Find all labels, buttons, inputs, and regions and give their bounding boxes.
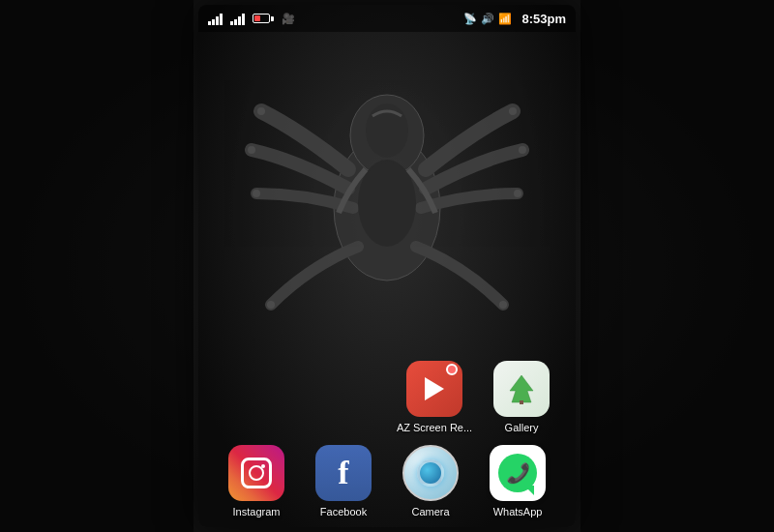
camera-label: Camera bbox=[411, 506, 449, 517]
status-bar: 🎥 📡 🔊 📶 8:53pm bbox=[198, 5, 576, 32]
svg-point-7 bbox=[509, 107, 517, 115]
camera-lens bbox=[417, 459, 444, 487]
volume-icon: 🔊 bbox=[481, 13, 494, 25]
status-right-icons: 📡 🔊 📶 8:53pm bbox=[463, 12, 566, 26]
app-row-1: AZ Screen Re... Gallery bbox=[213, 361, 561, 433]
svg-point-6 bbox=[253, 190, 260, 197]
az-record-dot bbox=[446, 364, 458, 375]
az-play-arrow bbox=[425, 377, 444, 400]
svg-point-2 bbox=[358, 160, 416, 247]
app-whatsapp[interactable]: 📞 WhatsApp bbox=[483, 445, 552, 517]
status-time: 8:53pm bbox=[521, 12, 566, 26]
svg-point-10 bbox=[267, 301, 275, 309]
gallery-label: Gallery bbox=[505, 422, 539, 433]
cast-icon: 📡 bbox=[463, 13, 477, 25]
svg-rect-13 bbox=[520, 400, 523, 404]
app-az-screen-recorder[interactable]: AZ Screen Re... bbox=[400, 361, 469, 433]
video-camera-icon: 🎥 bbox=[282, 13, 295, 25]
tree-svg bbox=[504, 371, 539, 406]
az-label: AZ Screen Re... bbox=[397, 422, 472, 433]
whatsapp-bubble: 📞 bbox=[498, 454, 537, 492]
battery-icon bbox=[253, 14, 274, 23]
status-left-icons: 🎥 bbox=[208, 12, 463, 25]
az-screen-recorder-icon bbox=[406, 361, 462, 417]
instagram-label: Instagram bbox=[233, 506, 281, 517]
outer-background: 🎥 📡 🔊 📶 8:53pm bbox=[0, 0, 774, 532]
facebook-icon: f bbox=[315, 445, 372, 501]
gallery-icon bbox=[493, 361, 550, 417]
side-blur-left bbox=[0, 0, 194, 532]
whatsapp-phone-icon: 📞 bbox=[506, 461, 530, 485]
signal-bars-2 bbox=[230, 12, 245, 25]
svg-point-5 bbox=[248, 146, 255, 154]
svg-point-4 bbox=[257, 107, 265, 115]
facebook-f-letter: f bbox=[338, 457, 348, 489]
wifi-icon: 📶 bbox=[498, 13, 512, 25]
app-instagram[interactable]: Instagram bbox=[222, 445, 291, 517]
svg-marker-12 bbox=[510, 375, 533, 402]
instagram-inner bbox=[241, 458, 272, 488]
facebook-label: Facebook bbox=[320, 506, 367, 517]
instagram-icon bbox=[228, 445, 284, 501]
svg-point-9 bbox=[514, 190, 521, 197]
whatsapp-label: WhatsApp bbox=[493, 506, 543, 517]
app-facebook[interactable]: f Facebook bbox=[309, 445, 378, 517]
spider-symbol bbox=[223, 44, 551, 353]
app-row-2: Instagram f Facebook Camera bbox=[213, 445, 561, 517]
camera-icon bbox=[402, 445, 459, 501]
whatsapp-icon: 📞 bbox=[490, 445, 546, 501]
side-blur-right bbox=[580, 0, 774, 532]
az-inner bbox=[425, 377, 444, 400]
signal-bars-1 bbox=[208, 12, 223, 25]
app-gallery[interactable]: Gallery bbox=[487, 361, 556, 433]
app-area: AZ Screen Re... Gallery bbox=[198, 361, 576, 517]
app-camera[interactable]: Camera bbox=[396, 445, 465, 517]
svg-point-8 bbox=[519, 146, 526, 154]
phone-frame: 🎥 📡 🔊 📶 8:53pm bbox=[198, 5, 576, 527]
svg-point-11 bbox=[499, 301, 507, 309]
